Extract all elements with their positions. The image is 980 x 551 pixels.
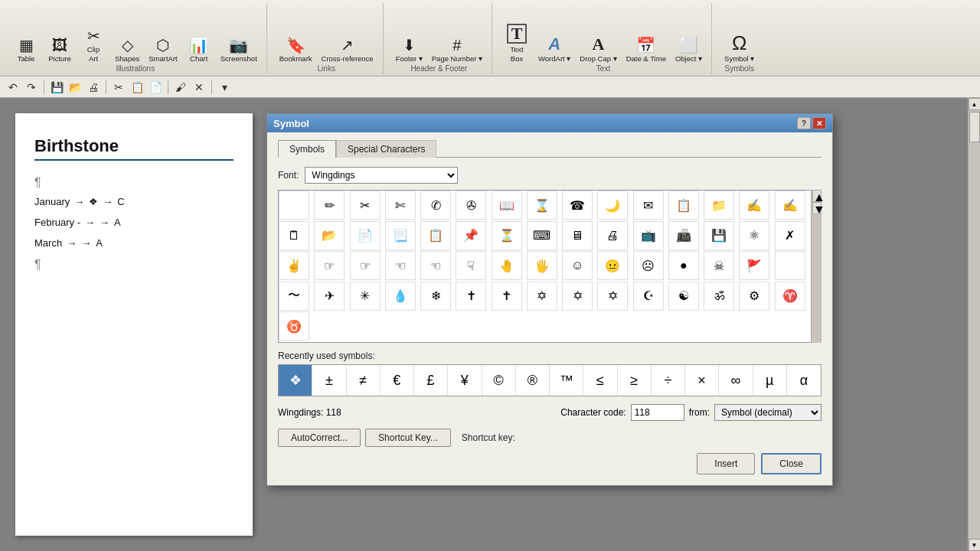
sym-circle-filled[interactable]: ● [668, 251, 699, 280]
rec-symbol-7[interactable]: ® [516, 365, 550, 396]
sym-fax[interactable]: 📠 [668, 221, 699, 250]
print-icon[interactable]: 🖨 [85, 79, 102, 96]
sym-page[interactable]: 📄 [350, 221, 381, 250]
sym-scissors2[interactable]: ✄ [385, 191, 416, 220]
sym-peace[interactable]: ✌ [279, 251, 309, 280]
sym-drop[interactable]: 💧 [385, 282, 416, 311]
sym-save[interactable]: 💾 [704, 221, 734, 250]
sym-star2[interactable]: ✡ [597, 282, 628, 311]
sym-om[interactable]: ॐ [704, 282, 734, 311]
close-doc-icon[interactable]: ✕ [191, 79, 207, 96]
sym-skull[interactable]: ☠ [704, 251, 734, 280]
rec-symbol-5[interactable]: ¥ [448, 365, 482, 396]
sym-cross-x[interactable]: ✗ [775, 221, 805, 250]
rec-symbol-13[interactable]: ∞ [719, 365, 753, 396]
dropcap-button[interactable]: A Drop Cap ▾ [577, 34, 619, 64]
autocorrect-button[interactable]: AutoCorrect... [278, 429, 361, 447]
save-icon[interactable]: 💾 [48, 79, 65, 96]
sym-candle[interactable]: ✇ [456, 191, 486, 220]
rec-symbol-2[interactable]: ≠ [347, 365, 381, 396]
sym-hand6[interactable]: 🤚 [492, 251, 522, 280]
sym-clipboard[interactable]: 📋 [668, 191, 699, 220]
smartart-button[interactable]: ⬡ SmartArt [145, 36, 180, 64]
sym-flag[interactable]: 🚩 [739, 251, 769, 280]
sym-taurus[interactable]: ♉ [279, 311, 309, 341]
rec-symbol-0[interactable]: ❖ [279, 365, 312, 396]
font-select[interactable]: Wingdings [305, 167, 458, 184]
sym-wheel[interactable]: ⚙ [739, 282, 769, 311]
sym-pencil[interactable]: ✏ [314, 191, 345, 220]
wordart-button[interactable]: A WordArt ▾ [535, 34, 573, 64]
picture-button[interactable]: 🖼 Picture [44, 36, 75, 64]
sym-hand4[interactable]: ☜ [420, 251, 451, 280]
sym-cross3[interactable]: ✡ [527, 282, 557, 311]
sym-blank2[interactable] [775, 251, 805, 280]
rec-symbol-4[interactable]: £ [414, 365, 448, 396]
symbol-grid-scrollbar[interactable]: ▲ ▼ [811, 190, 822, 343]
from-select[interactable]: Symbol (decimal) [714, 404, 822, 421]
sym-crescent[interactable]: ☪ [633, 282, 664, 311]
grid-scroll-down[interactable]: ▼ [812, 202, 822, 214]
sym-neutral[interactable]: 😐 [597, 251, 628, 280]
tab-special-characters[interactable]: Special Characters [336, 140, 436, 158]
rec-symbol-6[interactable]: © [482, 365, 516, 396]
sym-envelope[interactable]: ✉ [633, 191, 664, 220]
textbox-button[interactable]: T Symbol TextBox [501, 22, 532, 64]
sym-keyboard[interactable]: ⌨ [527, 221, 557, 250]
tab-symbols[interactable]: Symbols [278, 140, 336, 158]
shortcut-key-button[interactable]: Shortcut Key... [365, 429, 451, 447]
grid-scroll-up[interactable]: ▲ [812, 190, 822, 202]
cut-icon[interactable]: ✂ [110, 79, 127, 96]
open-icon[interactable]: 📂 [67, 79, 83, 96]
sym-phone-curly[interactable]: ✆ [420, 191, 451, 220]
sym-hand-write[interactable]: ✍ [739, 191, 769, 220]
shapes-button[interactable]: ◇ Shapes [112, 36, 142, 64]
scroll-thumb[interactable] [969, 112, 980, 142]
more-icon[interactable]: ▾ [216, 79, 233, 96]
scroll-track[interactable] [969, 110, 980, 539]
sym-folder[interactable]: 📁 [704, 191, 734, 220]
rec-symbol-9[interactable]: ≤ [583, 365, 617, 396]
sym-cross1[interactable]: ✝ [456, 282, 486, 311]
sym-plane[interactable]: ✈ [314, 282, 345, 311]
rec-symbol-15[interactable]: α [787, 365, 821, 396]
sym-scissors[interactable]: ✂ [350, 191, 381, 220]
sym-atom[interactable]: ⚛ [739, 221, 769, 250]
crossref-button[interactable]: ↗ Cross-reference [318, 36, 377, 64]
bookmark-button[interactable]: 🔖 Bookmark [276, 36, 315, 64]
rec-symbol-8[interactable]: ™ [550, 365, 583, 396]
redo-icon[interactable]: ↷ [23, 79, 40, 96]
sym-clipboard2[interactable]: 📋 [420, 221, 451, 250]
sym-hand3[interactable]: ☜ [385, 251, 416, 280]
sym-wave[interactable]: 〜 [279, 282, 309, 311]
screenshot-button[interactable]: 📷 Screenshot [217, 36, 260, 64]
sym-phone[interactable]: ☎ [562, 191, 593, 220]
sym-folder2[interactable]: 📂 [314, 221, 345, 250]
sym-sad[interactable]: ☹ [633, 251, 664, 280]
format-painter-icon[interactable]: 🖌 [172, 79, 189, 96]
sym-hand1[interactable]: ☞ [314, 251, 345, 280]
symbol-button[interactable]: Ω Symbol ▾ [721, 31, 757, 64]
sym-doc[interactable]: 🗒 [279, 221, 309, 250]
sym-snowflake[interactable]: ❄ [420, 282, 451, 311]
vertical-scrollbar[interactable]: ▲ ▼ [968, 98, 980, 551]
datetime-button[interactable]: 📅 Date & Time [623, 36, 669, 64]
dialog-close-button[interactable]: ✕ [812, 117, 826, 129]
object-button[interactable]: ⬜ Object ▾ [672, 36, 705, 64]
sym-printer[interactable]: 🖨 [597, 221, 628, 250]
scroll-up-button[interactable]: ▲ [969, 98, 981, 110]
close-button[interactable]: Close [761, 453, 822, 474]
paste-icon[interactable]: 📄 [147, 79, 164, 96]
footer-button[interactable]: ⬇ Footer ▾ [393, 36, 426, 64]
sym-pin[interactable]: 📌 [456, 221, 486, 250]
sym-hand2[interactable]: ☞ [350, 251, 381, 280]
rec-symbol-12[interactable]: × [685, 365, 719, 396]
sym-blank[interactable] [279, 191, 309, 220]
rec-symbol-11[interactable]: ÷ [652, 365, 685, 396]
scroll-down-button[interactable]: ▼ [969, 539, 981, 551]
sym-book[interactable]: 📖 [492, 191, 522, 220]
sym-hourglass[interactable]: ⌛ [527, 191, 557, 220]
sym-asterisk[interactable]: ✳ [350, 282, 381, 311]
sym-cross2[interactable]: ✝ [492, 282, 522, 311]
rec-symbol-10[interactable]: ≥ [618, 365, 652, 396]
